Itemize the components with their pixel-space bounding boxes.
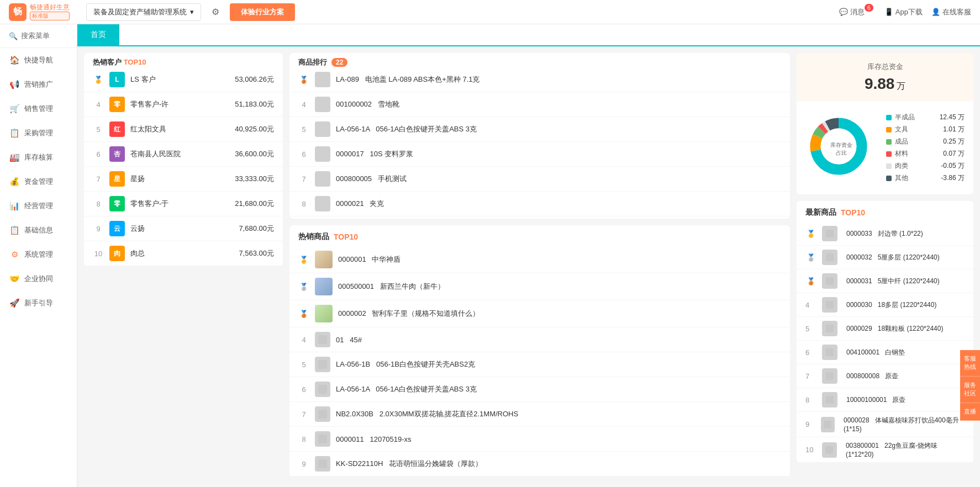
sidebar-item-label: 资金管理 (24, 177, 53, 187)
sidebar-item-label: 新手引导 (24, 298, 53, 308)
rank-number: 7 (298, 175, 309, 183)
hot-product-item: 🥇 0000001 中华神盾 (289, 246, 790, 273)
product-icon (315, 146, 330, 162)
search-icon: 🔍 (9, 32, 18, 40)
product-info: 000800008 原壶 (846, 372, 898, 381)
rank-number: 9 (805, 420, 815, 428)
system-selector[interactable]: 装备及固定资产辅助管理系统 ▾ (86, 3, 201, 21)
product-icon (822, 345, 837, 360)
bronze-medal-icon: 🥉 (298, 308, 309, 319)
product-rank-item: 🥉 LA-089 电池盖 LA-089 ABS本色+黑种 7.1克 (289, 67, 790, 92)
sidebar-item-label: 经营管理 (24, 201, 53, 211)
product-name: 0000002 智利车子里（规格不知道填什么） (338, 309, 781, 319)
product-rank-item: 6 0000017 10S 变料罗浆 (289, 142, 790, 167)
rank-number: 5 (298, 361, 309, 369)
svg-rect-24 (826, 325, 834, 332)
inventory-value: 9.88 (865, 75, 895, 92)
product-name: 000500001 新西兰牛肉（新牛） (338, 282, 781, 292)
marketing-icon: 📢 (9, 79, 20, 90)
live-button[interactable]: 直播 (960, 403, 980, 421)
products-ranking-card: 商品排行 22 🥉 LA-089 电池盖 LA-089 ABS本色+黑种 7.1… (289, 53, 790, 219)
customer-item-8: 10 肉 肉总 7,563.00元 (84, 241, 283, 266)
sidebar-item-sales[interactable]: 🛒 销售管理 (0, 97, 77, 121)
rank-number: 4 (93, 100, 104, 109)
hot-product-item: 🥈 000500001 新西兰牛肉（新牛） (289, 273, 790, 300)
product-icon (315, 97, 330, 112)
silver-medal-icon: 🥈 (805, 252, 816, 263)
legend-item: 成品 0.25 万 (886, 137, 965, 146)
legend-name: 材料 (895, 149, 940, 158)
app-download-button[interactable]: 📱 App下载 (884, 7, 923, 17)
latest-product-item: 9 0000028 体碱嘉核味苏打饮品400毫升 (1*15) (797, 412, 973, 437)
svg-rect-29 (825, 446, 833, 454)
customer-avatar: 星 (109, 171, 125, 187)
svg-rect-3 (318, 150, 327, 158)
sidebar-item-system[interactable]: ⚙ 系统管理 (0, 242, 77, 267)
rank-number: 9 (93, 225, 104, 233)
hot-product-item: 7 NB2.0X30B 2.0X30MM双搓花轴,搓花直径2.1MM/ROHS (289, 402, 790, 427)
sidebar-item-collab[interactable]: 🤝 企业协同 (0, 267, 77, 291)
bronze-medal-icon: 🥉 (805, 276, 816, 287)
messages-label: 消息 (850, 7, 865, 17)
sidebar-item-marketing[interactable]: 📢 营销推广 (0, 72, 77, 97)
rank-number: 8 (298, 435, 309, 443)
customers-top10-card: 热销客户 TOP10 🥇 L LS 客户 53,006.26元 4 零 零售客户… (84, 53, 283, 266)
legend-item: 半成品 12.45 万 (886, 113, 965, 122)
customer-amount: 21,680.00元 (235, 199, 274, 209)
customer-service-button[interactable]: 客服热线 (960, 350, 980, 377)
top-header: 畅 畅捷通好生意 标准版 装备及固定资产辅助管理系统 ▾ ⚙ 体验行业方案 💬 … (0, 0, 980, 24)
search-menu[interactable]: 🔍 搜索菜单 (0, 24, 77, 48)
messages-button[interactable]: 💬 消息 6 (839, 7, 876, 17)
product-icon (315, 431, 330, 447)
system-icon: ⚙ (9, 249, 20, 260)
legend-value: 1.01 万 (943, 125, 965, 134)
top10-badge: TOP10 (334, 232, 358, 241)
svg-rect-25 (826, 348, 834, 356)
legend-name: 肉类 (895, 161, 937, 171)
product-image (315, 305, 333, 322)
sidebar-item-quick-nav[interactable]: 🏠 快捷导航 (0, 48, 77, 72)
product-name: NB2.0X30B 2.0X30MM双搓花轴,搓花直径2.1MM/ROHS (336, 409, 781, 419)
inventory-icon: 🏭 (9, 152, 20, 163)
product-info: 0000030 18多层 (1220*2440) (846, 300, 936, 310)
silver-medal-icon: 🥈 (298, 281, 309, 292)
sidebar-item-label: 营销推广 (24, 80, 53, 89)
legend-value: 0.07 万 (943, 149, 965, 158)
legend-name: 文具 (895, 125, 940, 134)
rank-number: 10 (805, 446, 816, 454)
page-content: 热销客户 TOP10 🥇 L LS 客户 53,006.26元 4 零 零售客户… (77, 46, 980, 487)
sidebar-item-guide[interactable]: 🚀 新手引导 (0, 291, 77, 315)
trial-button[interactable]: 体验行业方案 (230, 3, 295, 21)
legend-dot (886, 115, 892, 120)
product-info: 10000100001 原壶 (846, 395, 905, 405)
svg-rect-7 (318, 335, 327, 344)
latest-product-item: 8 10000100001 原壶 (797, 388, 973, 412)
product-icon (315, 72, 330, 87)
product-icon (822, 250, 837, 265)
sidebar-item-purchase[interactable]: 📋 采购管理 (0, 121, 77, 145)
collab-icon: 🤝 (9, 273, 20, 284)
rank-number: 5 (805, 325, 816, 333)
service-community-button[interactable]: 服务社区 (960, 377, 980, 403)
sidebar-item-label: 销售管理 (24, 104, 53, 114)
sidebar-item-basic-info[interactable]: 📋 基础信息 (0, 218, 77, 242)
gear-button[interactable]: ⚙ (208, 4, 223, 20)
product-name: 0000011 12070519-xs (336, 435, 781, 443)
product-info: 0000033 封边带 (1.0*22) (846, 229, 923, 239)
latest-product-item: 🥇 0000033 封边带 (1.0*22) (797, 222, 973, 246)
sidebar-item-inventory[interactable]: 🏭 库存核算 (0, 145, 77, 170)
left-column: 热销客户 TOP10 🥇 L LS 客户 53,006.26元 4 零 零售客户… (84, 53, 283, 480)
sidebar-item-finance[interactable]: 💰 资金管理 (0, 170, 77, 194)
online-service-button[interactable]: 👤 在线客服 (931, 7, 971, 17)
gold-medal-icon: 🥇 (805, 228, 816, 239)
customer-item-5: 7 星 星扬 33,333.00元 (84, 167, 283, 192)
rank-number: 4 (298, 336, 309, 344)
customer-item-7: 9 云 云扬 7,680.00元 (84, 216, 283, 241)
tab-home[interactable]: 首页 (77, 24, 119, 45)
product-icon (315, 357, 330, 372)
product-rank-item: 5 LA-056-1A 056-1A白色按键开关盖ABS 3克 (289, 117, 790, 142)
legend-value: -0.05 万 (941, 161, 965, 171)
product-rank-item: 9 LA-59651-1B 59651-1B旋转投影灯电池盒 ABS黑色+58克 (289, 216, 790, 219)
sidebar-item-operations[interactable]: 📊 经营管理 (0, 194, 77, 218)
header-middle: 装备及固定资产辅助管理系统 ▾ ⚙ 体验行业方案 (86, 3, 839, 21)
